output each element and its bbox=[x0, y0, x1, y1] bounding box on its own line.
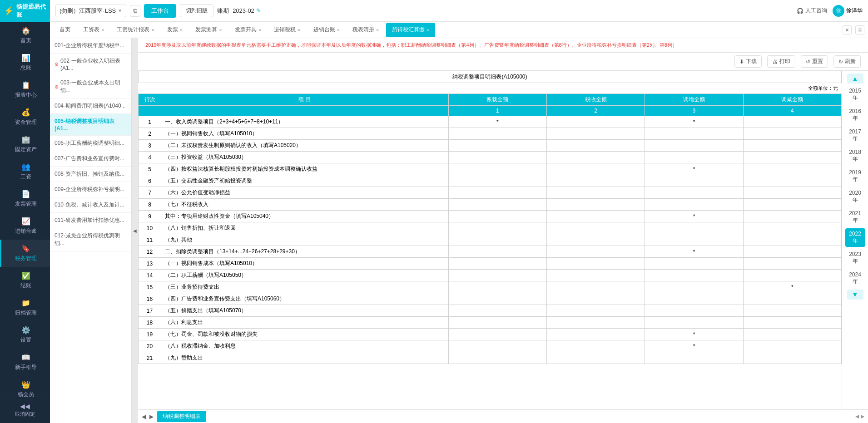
tab-purchase-tax[interactable]: 进销税税 × bbox=[268, 23, 306, 37]
cell-c3-10[interactable] bbox=[645, 234, 743, 246]
close-tab-invoice-calc[interactable]: × bbox=[219, 27, 222, 33]
cell-c1-6[interactable] bbox=[448, 187, 546, 199]
cell-c1-14[interactable] bbox=[448, 281, 546, 293]
cell-c2-7[interactable] bbox=[547, 199, 645, 211]
cell-c1-19[interactable] bbox=[448, 340, 546, 352]
cell-c1-2[interactable] bbox=[448, 140, 546, 152]
scroll-right-icon[interactable]: ▶ bbox=[861, 413, 864, 419]
year-2021[interactable]: 2021年 bbox=[845, 208, 865, 226]
cell-c1-12[interactable] bbox=[448, 258, 546, 270]
nav-right-icon[interactable]: ▶ bbox=[149, 413, 154, 420]
year-2019[interactable]: 2019年 bbox=[845, 167, 865, 186]
year-2018[interactable]: 2018年 bbox=[845, 147, 865, 165]
panel-toggle-button[interactable]: ◀ bbox=[132, 38, 138, 423]
cell-c3-15[interactable] bbox=[645, 293, 743, 305]
close-tab-tax-form[interactable]: × bbox=[376, 27, 379, 33]
sidebar-item-report[interactable]: 📋 报表中心 bbox=[0, 76, 50, 103]
cell-c2-2[interactable] bbox=[547, 140, 645, 152]
cell-c1-1[interactable] bbox=[448, 128, 546, 140]
left-item-003[interactable]: ⊗ 003-一般企业成本支出明细... bbox=[50, 75, 131, 98]
close-tab-payroll-stat[interactable]: × bbox=[151, 27, 154, 33]
tab-payroll[interactable]: 工资表 × bbox=[77, 23, 110, 37]
cell-c2-17[interactable] bbox=[547, 317, 645, 329]
cell-c4-13[interactable] bbox=[743, 270, 841, 281]
cell-c1-18[interactable] bbox=[448, 329, 546, 340]
tab-income-tax[interactable]: 所得税汇算缴 × bbox=[386, 23, 435, 37]
old-version-button[interactable]: 切到旧版 bbox=[180, 4, 213, 17]
cell-c4-0[interactable] bbox=[743, 116, 841, 128]
cell-c1-3[interactable] bbox=[448, 152, 546, 163]
close-tab-invoice[interactable]: × bbox=[180, 27, 183, 33]
cell-c2-11[interactable] bbox=[547, 246, 645, 258]
download-button[interactable]: ⬇ 下载 bbox=[734, 55, 762, 68]
period-edit-icon[interactable]: ✎ bbox=[256, 7, 261, 14]
cell-c2-3[interactable] bbox=[547, 152, 645, 163]
reset-button[interactable]: ↺ 重置 bbox=[801, 55, 828, 68]
cell-c1-15[interactable] bbox=[448, 293, 546, 305]
cell-c4-1[interactable] bbox=[743, 128, 841, 140]
cell-c2-19[interactable] bbox=[547, 340, 645, 352]
left-item-012[interactable]: 012-减免企业所得税优惠明细... bbox=[50, 228, 131, 251]
cell-c3-13[interactable] bbox=[645, 270, 743, 281]
cell-c2-1[interactable] bbox=[547, 128, 645, 140]
cell-c4-17[interactable] bbox=[743, 317, 841, 329]
cell-c4-7[interactable] bbox=[743, 199, 841, 211]
cell-c1-20[interactable] bbox=[448, 352, 546, 364]
cell-c2-20[interactable] bbox=[547, 352, 645, 364]
cell-c4-12[interactable] bbox=[743, 258, 841, 270]
cell-c1-0[interactable]: * bbox=[448, 116, 546, 128]
sidebar-item-guide[interactable]: 📖 新手引导 bbox=[0, 349, 50, 376]
sidebar-item-funds[interactable]: 💰 资金管理 bbox=[0, 103, 50, 131]
cell-c3-11[interactable]: * bbox=[645, 246, 743, 258]
cell-c4-15[interactable] bbox=[743, 293, 841, 305]
year-2023[interactable]: 2023年 bbox=[845, 249, 865, 267]
cell-c2-10[interactable] bbox=[547, 234, 645, 246]
left-item-011[interactable]: 011-研发费用加计扣除优惠... bbox=[50, 213, 131, 228]
cell-c3-1[interactable] bbox=[645, 128, 743, 140]
tab-tax-form[interactable]: 税表清册 × bbox=[347, 23, 385, 37]
cell-c1-17[interactable] bbox=[448, 317, 546, 329]
cell-c3-12[interactable] bbox=[645, 258, 743, 270]
sidebar-item-home[interactable]: 🏠 首页 bbox=[0, 22, 50, 49]
year-2024[interactable]: 2024年 bbox=[845, 269, 865, 288]
year-down-button[interactable]: ▼ bbox=[847, 290, 863, 300]
tab-menu-button[interactable]: ≡ bbox=[855, 25, 864, 34]
workstation-button[interactable]: 工作台 bbox=[144, 4, 176, 18]
sheet-tab[interactable]: 纳税调整明细表 bbox=[157, 411, 206, 422]
cell-c2-6[interactable] bbox=[547, 187, 645, 199]
close-all-tabs-button[interactable]: × bbox=[843, 25, 852, 34]
tab-payroll-stat[interactable]: 工资统计报表 × bbox=[111, 23, 160, 37]
cell-c2-5[interactable] bbox=[547, 175, 645, 187]
table-scroll[interactable]: 纳税调整项目明细表(A105000) 全额单位：元 bbox=[138, 71, 842, 409]
cell-c3-16[interactable] bbox=[645, 305, 743, 317]
cell-c1-7[interactable] bbox=[448, 199, 546, 211]
cell-c2-8[interactable] bbox=[547, 211, 645, 222]
sidebar-item-invoice[interactable]: 📄 发票管理 bbox=[0, 185, 50, 212]
cell-c4-5[interactable] bbox=[743, 175, 841, 187]
year-up-button[interactable]: ▲ bbox=[847, 74, 863, 84]
cell-c1-13[interactable] bbox=[448, 270, 546, 281]
cell-c2-15[interactable] bbox=[547, 293, 645, 305]
left-item-002[interactable]: ⊗ 002-一般企业收入明细表(A1... bbox=[50, 54, 131, 75]
refresh-button[interactable]: ↻ 刷新 bbox=[833, 55, 861, 68]
cell-c3-19[interactable]: * bbox=[645, 340, 743, 352]
year-2015[interactable]: 2015年 bbox=[845, 85, 865, 104]
cell-c3-18[interactable]: * bbox=[645, 329, 743, 340]
left-item-001[interactable]: 001-企业所得税年度纳税申... bbox=[50, 38, 131, 54]
left-item-010[interactable]: 010-免税、减计收入及加计... bbox=[50, 197, 131, 213]
cell-c2-18[interactable] bbox=[547, 329, 645, 340]
left-item-005[interactable]: 005-纳税调整项目明细表(A1... bbox=[50, 114, 131, 136]
cell-c4-11[interactable] bbox=[743, 246, 841, 258]
year-2020[interactable]: 2020年 bbox=[845, 187, 865, 206]
cell-c2-12[interactable] bbox=[547, 258, 645, 270]
sidebar-item-archive[interactable]: 📁 归档管理 bbox=[0, 294, 50, 321]
sidebar-item-tax[interactable]: 🔖 税务管理 bbox=[0, 240, 50, 267]
cell-c4-16[interactable] bbox=[743, 305, 841, 317]
cell-c2-16[interactable] bbox=[547, 305, 645, 317]
cell-c2-13[interactable] bbox=[547, 270, 645, 281]
tab-invoice-calc[interactable]: 发票测算 × bbox=[189, 23, 228, 37]
cell-c4-6[interactable] bbox=[743, 187, 841, 199]
tab-invoice-open[interactable]: 发票开具 × bbox=[229, 23, 267, 37]
sidebar-item-settings[interactable]: ⚙️ 设置 bbox=[0, 321, 50, 349]
cell-c3-14[interactable] bbox=[645, 281, 743, 293]
